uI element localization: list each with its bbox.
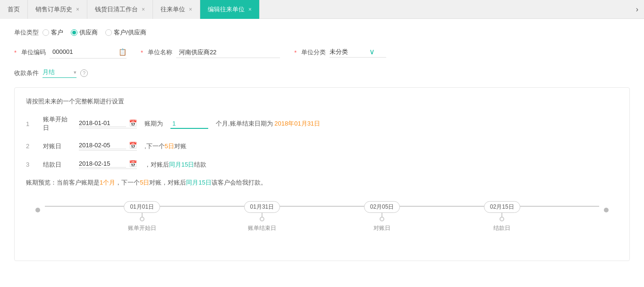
- radio-customer-label: 客户: [51, 28, 63, 37]
- period-date-2-input[interactable]: [79, 142, 126, 149]
- period-date-1-input[interactable]: [79, 119, 126, 127]
- timeline-point-4-date: 02月15日: [484, 201, 520, 213]
- tab-sales-history[interactable]: 销售订单历史 ×: [28, 0, 87, 19]
- unit-code-icon[interactable]: 📋: [119, 48, 127, 56]
- radio-both-label: 客户/供应商: [114, 28, 146, 37]
- period-num-1: 1: [26, 120, 35, 127]
- tab-more-button[interactable]: ›: [630, 5, 644, 14]
- period-label-1: 账单开始日: [43, 115, 71, 132]
- tab-edit-partner-close[interactable]: ×: [248, 6, 252, 13]
- period-date-1-icon[interactable]: 📅: [129, 119, 137, 127]
- payment-help-icon[interactable]: ?: [80, 69, 88, 77]
- unit-category-value: 未分类: [330, 48, 367, 56]
- period-row-3: 3 结款日 📅 ，对账后同月15日结款: [26, 160, 618, 169]
- period-row2-prefix: ,下一个: [144, 143, 165, 150]
- tab-sales-history-close[interactable]: ×: [76, 6, 79, 13]
- tab-cash-ledger-close[interactable]: ×: [142, 6, 145, 13]
- timeline-point-2-label: 账单结束日: [248, 224, 276, 232]
- preview-part1: 1个月: [100, 179, 115, 186]
- period-row-1: 1 账单开始日 📅 账期为 个月,账单结束日期为 2018年01月31日: [26, 115, 618, 132]
- period-row3-highlight: 同月15日: [169, 161, 194, 168]
- unit-category-select[interactable]: 未分类 ∨: [330, 47, 386, 58]
- unit-type-row: 单位类型 客户 供应商 客户/供应商: [14, 28, 630, 37]
- timeline-end: [604, 208, 609, 212]
- tab-sales-history-label: 销售订单历史: [35, 5, 72, 14]
- timeline-point-1-connector: [142, 213, 143, 217]
- unit-name-label: 单位名称: [148, 48, 172, 57]
- timeline-start: [35, 208, 40, 212]
- timeline-end-dot: [604, 208, 609, 212]
- tab-partners-close[interactable]: ×: [189, 6, 192, 13]
- tab-cash-ledger[interactable]: 钱货日清工作台 ×: [87, 0, 153, 19]
- payment-condition-value: 月结: [42, 68, 71, 76]
- payment-row: 收款条件 月结 ▾ ?: [14, 68, 630, 78]
- unit-category-required: *: [294, 49, 297, 56]
- tab-home-label: 首页: [8, 5, 20, 14]
- unit-code-item: * 单位编码 📋: [14, 46, 127, 59]
- period-date-3-input[interactable]: [79, 160, 126, 168]
- timeline-point-4-circle: [500, 217, 504, 221]
- period-date-3-wrap: 📅: [79, 160, 137, 169]
- preview-middle1: ，下一个: [115, 179, 140, 186]
- preview-part2: 5日: [140, 179, 149, 186]
- preview-part3: 同月15日: [186, 179, 211, 186]
- unit-info-row: * 单位编码 📋 * 单位名称 * 单位分类 未分类 ∨: [14, 46, 630, 59]
- period-suffix2-text: 个月,账单结束日期为: [216, 120, 273, 127]
- tab-cash-ledger-label: 钱货日清工作台: [95, 5, 138, 14]
- preview-prefix: 账期预览：当前客户账期是: [26, 179, 100, 186]
- unit-type-item: 单位类型 客户 供应商 客户/供应商: [14, 28, 146, 37]
- unit-type-radio-group: 客户 供应商 客户/供应商: [42, 28, 146, 37]
- unit-code-input[interactable]: [50, 46, 116, 57]
- radio-supplier[interactable]: 供应商: [71, 28, 98, 37]
- period-num-2: 2: [26, 143, 35, 150]
- radio-customer-circle: [42, 29, 49, 36]
- tab-home[interactable]: 首页: [0, 0, 28, 19]
- period-date-1-wrap: 📅: [79, 119, 137, 128]
- period-row3-prefix: ，对账后: [144, 161, 169, 168]
- timeline-point-1-label: 账单开始日: [128, 224, 156, 232]
- payment-condition-item: 收款条件 月结 ▾ ?: [14, 68, 88, 78]
- preview-suffix: 该客户会给我打款。: [212, 179, 267, 186]
- period-date-2-icon[interactable]: 📅: [129, 142, 137, 149]
- timeline-point-1: 01月01日 账单开始日: [124, 201, 160, 232]
- timeline-point-2-circle: [260, 217, 264, 221]
- period-suffix1: 账期为: [144, 119, 163, 128]
- period-row3-suffix: 结款: [194, 161, 206, 168]
- timeline-point-1-circle: [140, 217, 144, 221]
- period-date-3-icon[interactable]: 📅: [129, 160, 137, 168]
- radio-supplier-label: 供应商: [79, 28, 98, 37]
- unit-category-item: * 单位分类 未分类 ∨: [294, 47, 386, 58]
- tab-partners-label: 往来单位: [161, 5, 185, 14]
- period-month-input[interactable]: [170, 119, 208, 129]
- period-label-3: 结款日: [43, 160, 71, 169]
- period-row3-desc: ，对账后同月15日结款: [144, 160, 206, 169]
- timeline-point-3-date: 02月05日: [364, 201, 400, 213]
- period-title: 请按照未来的一个完整帐期进行设置: [26, 97, 618, 106]
- timeline-point-3-circle: [380, 217, 384, 221]
- tab-edit-partner[interactable]: 编辑往来单位 ×: [200, 0, 260, 19]
- preview-section: 账期预览：当前客户账期是1个月，下一个5日对账，对账后同月15日该客户会给我打款…: [26, 178, 618, 251]
- payment-condition-arrow-icon: ▾: [74, 69, 76, 76]
- timeline-point-2-date: 01月31日: [244, 201, 280, 213]
- unit-name-input[interactable]: [176, 47, 280, 58]
- timeline-point-2: 01月31日 账单结束日: [244, 201, 280, 232]
- unit-code-input-wrap: 📋: [50, 46, 127, 59]
- preview-text: 账期预览：当前客户账期是1个月，下一个5日对账，对账后同月15日该客户会给我打款…: [26, 178, 618, 187]
- period-suffix2: 个月,账单结束日期为 2018年01月31日: [216, 119, 320, 128]
- unit-category-label: 单位分类: [301, 48, 326, 57]
- period-row-2: 2 对账日 📅 ,下一个5日对账: [26, 142, 618, 151]
- unit-name-required: *: [141, 49, 143, 56]
- timeline-point-4-connector: [501, 213, 502, 217]
- period-date-2-wrap: 📅: [79, 142, 137, 151]
- tab-partners[interactable]: 往来单位 ×: [153, 0, 200, 19]
- timeline-point-3: 02月05日 对账日: [364, 201, 400, 232]
- tab-edit-partner-label: 编辑往来单位: [208, 5, 245, 14]
- radio-customer[interactable]: 客户: [42, 28, 63, 37]
- period-box: 请按照未来的一个完整帐期进行设置 1 账单开始日 📅 账期为 个月,账单结束日期…: [14, 87, 630, 261]
- timeline-point-1-date: 01月01日: [124, 201, 160, 213]
- payment-condition-select[interactable]: 月结 ▾: [42, 68, 76, 78]
- radio-both[interactable]: 客户/供应商: [105, 28, 146, 37]
- preview-middle2: 对账，对账后: [149, 179, 186, 186]
- period-row2-suffix: 对账: [174, 143, 186, 150]
- period-row2-desc: ,下一个5日对账: [144, 142, 186, 151]
